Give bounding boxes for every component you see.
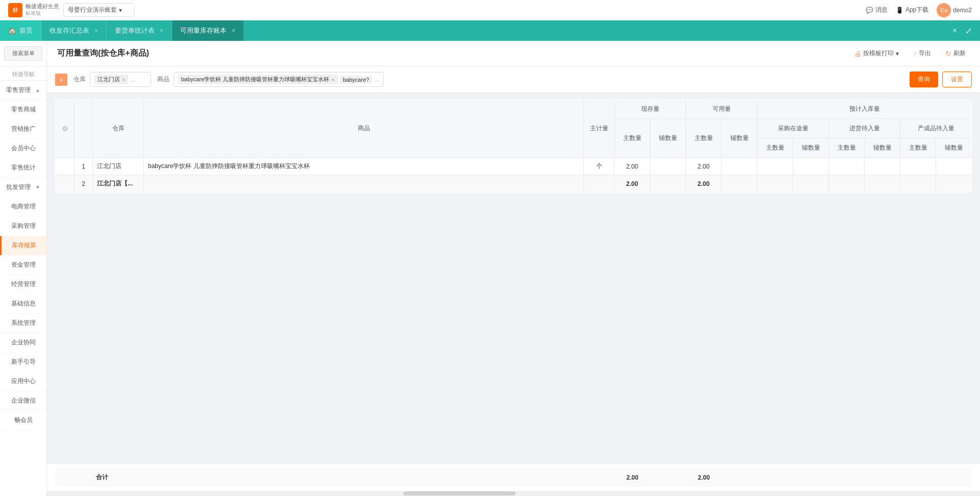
sidebar-item-operations[interactable]: 经营管理 bbox=[0, 275, 46, 294]
tab-receipts-label: 收发存汇总表 bbox=[50, 26, 89, 35]
product-tag-1-close[interactable]: × bbox=[331, 77, 334, 83]
sidebar-item-retail-stats[interactable]: 零售统计 bbox=[0, 158, 46, 178]
sidebar-item-wholesale-mgmt[interactable]: 批发管理 ▼ bbox=[0, 178, 46, 197]
row2-stock-aux bbox=[650, 175, 686, 193]
horizontal-scrollbar[interactable] bbox=[47, 491, 980, 496]
export-btn[interactable]: ↑ 导出 bbox=[909, 47, 935, 60]
product-tag-2: babycare? bbox=[340, 76, 372, 84]
settings-gear-icon[interactable]: ⚙ bbox=[60, 124, 70, 134]
sidebar-item-finance[interactable]: 资金管理 bbox=[0, 255, 46, 275]
tab-close-all-btn[interactable]: × bbox=[950, 26, 959, 35]
logo-area: 好 畅捷通好生意 标准版 bbox=[8, 3, 59, 17]
tab-receipts-close[interactable]: × bbox=[94, 27, 98, 34]
th-main-unit: 主计量 bbox=[584, 100, 615, 158]
sidebar-item-enterprise[interactable]: 企业协同 bbox=[0, 333, 46, 352]
total-ip-aux bbox=[865, 468, 900, 487]
tab-receipts[interactable]: 收发存汇总表 × bbox=[41, 20, 107, 41]
warehouse-filter-input[interactable]: 江北门店 × ... bbox=[90, 72, 151, 87]
warehouse-ellipsis[interactable]: ... bbox=[130, 76, 135, 83]
sidebar-item-basics[interactable]: 基础信息 bbox=[0, 294, 46, 314]
row2-no: 2 bbox=[75, 175, 93, 193]
warehouse-tag-text: 江北门店 bbox=[97, 76, 120, 83]
tab-orders[interactable]: 要货单统计表 × bbox=[107, 20, 172, 41]
sidebar-marketing-label: 营销推广 bbox=[11, 125, 36, 133]
tab-orders-close[interactable]: × bbox=[160, 27, 163, 34]
industry-label: 母婴行业演示账套 bbox=[68, 6, 117, 14]
th-ip-aux: 辅数量 bbox=[865, 138, 900, 158]
row2-pt-aux bbox=[793, 175, 829, 193]
app-download-label: App下载 bbox=[905, 6, 928, 14]
tab-bar-right: × ⤢ bbox=[950, 20, 980, 41]
sidebar-basics-label: 基础信息 bbox=[11, 299, 36, 308]
row2-warehouse: 江北门店【... bbox=[93, 175, 144, 193]
th-pp-main: 主数量 bbox=[900, 138, 936, 158]
industry-selector[interactable]: 母婴行业演示账套 ▾ bbox=[63, 3, 135, 17]
row2-unit bbox=[584, 175, 615, 193]
total-ip-main bbox=[829, 468, 865, 487]
sidebar-system-label: 系统管理 bbox=[11, 319, 36, 327]
scroll-thumb[interactable] bbox=[403, 491, 516, 495]
query-btn[interactable]: 查询 bbox=[910, 72, 938, 87]
sidebar-item-marketing[interactable]: 营销推广 bbox=[0, 120, 46, 139]
sidebar-retail-stats-label: 零售统计 bbox=[11, 163, 36, 172]
row1-unit: 个 bbox=[584, 158, 615, 175]
print-btn[interactable]: 🖨 按模板打印 ▾ bbox=[850, 47, 903, 60]
logo-text-block: 畅捷通好生意 标准版 bbox=[26, 3, 59, 17]
sidebar-item-purchase[interactable]: 采购管理 bbox=[0, 217, 46, 236]
warehouse-filter-group: 仓库 江北门店 × ... bbox=[74, 72, 151, 87]
sidebar-operations-label: 经营管理 bbox=[11, 280, 36, 289]
refresh-btn[interactable]: ↻ 刷新 bbox=[941, 47, 970, 60]
total-empty-2 bbox=[74, 468, 92, 487]
total-product-empty bbox=[143, 468, 584, 487]
sidebar-item-retail-mall[interactable]: 零售商城 bbox=[0, 100, 46, 120]
th-planned-inbound: 预计入库量 bbox=[757, 100, 972, 119]
message-btn[interactable]: 💬 消息 bbox=[866, 6, 888, 14]
filter-bar: » 仓库 江北门店 × ... 商品 babycare学饮杯 儿童防摔防撞吸管杯… bbox=[47, 66, 980, 93]
message-icon: 💬 bbox=[866, 7, 873, 14]
main-layout: 搜索菜单 快捷导航 零售管理 ▲ 零售商城 营销推广 会员中心 零售统计 批发管… bbox=[0, 41, 980, 496]
tab-inventory-close[interactable]: × bbox=[232, 27, 235, 34]
total-row: 合计 2.00 2.00 bbox=[55, 468, 972, 487]
th-pp-aux: 辅数量 bbox=[936, 138, 972, 158]
row2-avail-main: 2.00 bbox=[686, 175, 722, 193]
sidebar-item-inventory[interactable]: 库存核算 bbox=[0, 236, 46, 255]
total-stock-main: 2.00 bbox=[615, 468, 650, 487]
tab-inventory[interactable]: 可用量库存账本 × bbox=[172, 20, 244, 41]
product-tag-2-text: babycare? bbox=[343, 77, 369, 83]
app-download-btn[interactable]: 📱 App下载 bbox=[896, 6, 928, 14]
sidebar-item-member2[interactable]: 畅会员 bbox=[0, 411, 46, 430]
sidebar-item-newbie[interactable]: 新手引导 bbox=[0, 352, 46, 372]
avatar-text: Ea bbox=[941, 7, 947, 13]
data-table: ⚙ 仓库 商品 主计量 现存量 可用量 预计入库量 主数量 辅数量 主数量 bbox=[55, 99, 972, 193]
sidebar-item-system[interactable]: 系统管理 bbox=[0, 314, 46, 333]
tab-fullscreen-btn[interactable]: ⤢ bbox=[963, 26, 974, 36]
table-row: 1 江北门店 babycare学饮杯 儿童防摔防撞吸管杯重力球吸嘴杯宝宝水杯 个… bbox=[56, 158, 972, 175]
filter-toggle-btn[interactable]: » bbox=[55, 74, 67, 86]
sidebar-purchase-label: 采购管理 bbox=[11, 222, 36, 230]
setting-btn[interactable]: 设置 bbox=[942, 72, 972, 87]
warehouse-tag-close[interactable]: × bbox=[122, 77, 125, 83]
row2-stock-main: 2.00 bbox=[615, 175, 650, 193]
sidebar-item-app-center[interactable]: 应用中心 bbox=[0, 372, 46, 391]
row2-pp-main bbox=[900, 175, 936, 193]
sidebar-item-retail-mgmt[interactable]: 零售管理 ▲ bbox=[0, 81, 46, 100]
product-tag-1-text: babycare学饮杯 儿童防摔防撞吸管杯重力球吸嘴杯宝宝水杯 bbox=[181, 76, 329, 83]
row2-product bbox=[144, 175, 584, 193]
th-ip-main: 主数量 bbox=[829, 138, 865, 158]
sidebar-retail-mall-label: 零售商城 bbox=[11, 105, 36, 114]
search-menu-btn[interactable]: 搜索菜单 bbox=[4, 46, 42, 61]
th-settings: ⚙ bbox=[56, 100, 75, 158]
total-avail-aux bbox=[722, 468, 757, 487]
logo-icon: 好 bbox=[8, 3, 22, 17]
sidebar-item-ecommerce[interactable]: 电商管理 bbox=[0, 197, 46, 217]
product-filter-input[interactable]: babycare学饮杯 儿童防摔防撞吸管杯重力球吸嘴杯宝宝水杯 × babyca… bbox=[174, 72, 384, 87]
tab-home[interactable]: 🏠 首页 bbox=[0, 20, 41, 41]
product-tag-1: babycare学饮杯 儿童防摔防撞吸管杯重力球吸嘴杯宝宝水杯 × bbox=[178, 75, 338, 84]
total-label: 合计 bbox=[92, 468, 143, 487]
sidebar-item-enterprise-wechat[interactable]: 企业微信 bbox=[0, 391, 46, 411]
user-menu[interactable]: Ea demo2 bbox=[937, 3, 972, 17]
th-product: 商品 bbox=[144, 100, 584, 158]
product-ellipsis[interactable]: ... bbox=[374, 76, 379, 83]
sidebar-item-member[interactable]: 会员中心 bbox=[0, 139, 46, 158]
chevron-up-icon: ▲ bbox=[35, 87, 40, 93]
